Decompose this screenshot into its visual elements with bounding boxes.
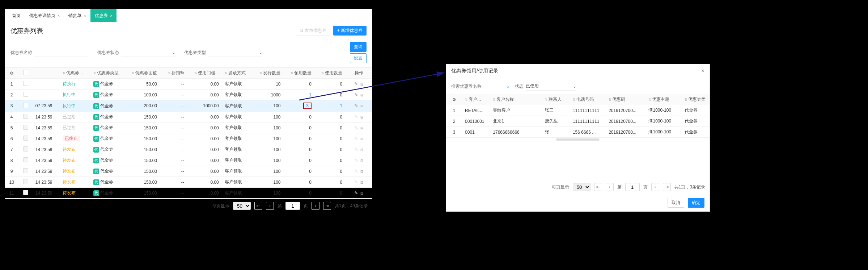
- col-threshold[interactable]: ⇅使用门槛...: [187, 68, 222, 79]
- close-icon[interactable]: ×: [84, 13, 86, 18]
- edit-icon[interactable]: ✎: [354, 92, 358, 97]
- row-checkbox-cell[interactable]: [18, 133, 32, 144]
- gear-column-header[interactable]: ⚙: [446, 94, 462, 105]
- edit-icon[interactable]: ✎: [354, 103, 358, 108]
- first-page-button[interactable]: ⇤: [254, 202, 262, 210]
- table-row[interactable]: 1014 23:59待发布代 代金券150.00--0.00客户领取10000✎…: [5, 177, 372, 188]
- modal-status-select[interactable]: 已使用 ⌄: [526, 82, 576, 91]
- coupon-status-select[interactable]: ⌄: [121, 48, 175, 57]
- qrcode-icon[interactable]: ⧈: [360, 190, 363, 196]
- row-checkbox-cell[interactable]: [18, 100, 32, 112]
- table-row[interactable]: 3000117666666666张156 6666 ...2019120700.…: [446, 127, 710, 138]
- prev-page-button[interactable]: ‹: [606, 183, 614, 191]
- row-checkbox-cell[interactable]: [18, 177, 32, 188]
- table-row[interactable]: 414 23:59已过期代 代金券150.00--0.00客户领取10000✎⧈: [5, 112, 372, 122]
- ok-button[interactable]: 确定: [688, 198, 704, 208]
- col-face-value[interactable]: ⇅优惠券面值: [125, 68, 160, 79]
- col-method[interactable]: ⇅发放方式: [222, 68, 253, 79]
- table-row[interactable]: 1待执行代 代金券50.00--0.00客户领取1000✎⧈: [5, 79, 372, 90]
- table-row[interactable]: 514 23:59已过期代 代金券150.00--0.00客户领取10000✎⧈: [5, 122, 372, 133]
- next-page-button[interactable]: ›: [312, 202, 319, 210]
- col-cust-no[interactable]: ⇅客户...: [462, 94, 490, 105]
- modal-per-page-select[interactable]: 50: [573, 183, 590, 191]
- close-icon[interactable]: ×: [58, 13, 60, 18]
- col-phone[interactable]: ⇅电话号码: [570, 94, 606, 105]
- table-row[interactable]: 307 23:59执行中代 代金券200.00--1000.00客户领取1003…: [5, 100, 372, 112]
- search-icon[interactable]: ⌕: [507, 84, 509, 89]
- cancel-button[interactable]: 取消: [668, 198, 684, 208]
- per-page-select[interactable]: 50: [233, 202, 251, 210]
- col-cust-name[interactable]: ⇅客户名称: [490, 94, 542, 105]
- last-page-button[interactable]: ⇥: [323, 202, 331, 210]
- coupon-name-input[interactable]: [34, 48, 89, 57]
- row-checkbox-cell[interactable]: [18, 188, 32, 199]
- claim-qty-link[interactable]: 3: [303, 103, 312, 109]
- use-qty-link[interactable]: 1: [340, 103, 343, 108]
- table-row[interactable]: 1RETAIL...零散客户张三111111111112019120700...…: [446, 105, 710, 116]
- col-type[interactable]: ⇅优惠券类: [682, 94, 710, 105]
- col-issue-qty[interactable]: ⇅发行数量: [253, 68, 283, 79]
- qrcode-icon[interactable]: ⧈: [360, 169, 363, 174]
- qrcode-icon[interactable]: ⧈: [360, 136, 363, 141]
- edit-icon[interactable]: ✎: [354, 81, 358, 87]
- tab-label: 优惠券: [95, 13, 108, 18]
- first-page-button[interactable]: ⇤: [594, 183, 602, 191]
- method-cell: 客户领取: [222, 122, 253, 133]
- settings-button[interactable]: 设置: [350, 53, 367, 63]
- row-checkbox-cell[interactable]: [18, 112, 32, 122]
- qrcode-icon[interactable]: ⧈: [360, 158, 363, 163]
- gear-column-header[interactable]: ⚙: [5, 68, 18, 79]
- row-checkbox-cell[interactable]: [18, 90, 32, 100]
- modal-search-input[interactable]: [451, 84, 507, 89]
- last-page-button[interactable]: ⇥: [663, 183, 671, 191]
- col-type[interactable]: ⇅优惠券类型: [90, 68, 125, 79]
- col-claim-qty[interactable]: ⇅领用数量: [283, 68, 314, 79]
- col-status[interactable]: ⇅优惠券状态: [60, 68, 90, 79]
- tab-coupon[interactable]: 优惠券×: [90, 9, 117, 22]
- discount-cell: --: [160, 144, 187, 155]
- qrcode-icon[interactable]: ⧈: [360, 92, 363, 97]
- row-checkbox-cell[interactable]: [18, 122, 32, 133]
- horizontal-scrollbar[interactable]: [556, 138, 600, 141]
- table-row[interactable]: 914 23:59待发布代 代金券150.00--0.00客户领取10000✎⧈: [5, 166, 372, 177]
- col-use-qty[interactable]: ⇅使用数量: [314, 68, 345, 79]
- qrcode-icon[interactable]: ⧈: [360, 125, 363, 130]
- col-discount[interactable]: ⇅折扣%: [160, 68, 187, 79]
- close-icon[interactable]: ×: [110, 13, 112, 18]
- row-checkbox-cell[interactable]: [18, 155, 32, 166]
- col-code[interactable]: ⇅优惠码: [606, 94, 645, 105]
- distribute-coupon-button[interactable]: ⧉发放优惠券: [296, 26, 330, 36]
- claim-qty-link[interactable]: 1: [309, 92, 312, 97]
- col-contact[interactable]: ⇅联系人: [542, 94, 570, 105]
- row-checkbox-cell[interactable]: [18, 144, 32, 155]
- table-row[interactable]: 714 23:59待发布代 代金券150.00--0.00客户领取10000✎⧈: [5, 144, 372, 155]
- table-row[interactable]: 2执行中代 代金券100.00--0.00客户领取100010✎⧈: [5, 90, 372, 100]
- prev-page-button[interactable]: ‹: [266, 202, 274, 210]
- query-button[interactable]: 查询: [350, 42, 367, 52]
- table-row[interactable]: 614 23:59已终止代 代金券150.00--0.00客户领取10000✎⧈: [5, 133, 372, 144]
- row-checkbox-cell[interactable]: [18, 166, 32, 177]
- tab-sales-order[interactable]: 销货单×: [64, 9, 90, 22]
- page-input[interactable]: [285, 202, 300, 210]
- table-row[interactable]: 200010001北京1唐先生111111111112019120700...满…: [446, 116, 710, 127]
- select-all-header[interactable]: [18, 68, 32, 79]
- table-row[interactable]: 814 23:59待发布代 代金券150.00--0.00客户领取10000✎⧈: [5, 155, 372, 166]
- coupon-type-select[interactable]: ⌄: [208, 48, 262, 57]
- qrcode-icon[interactable]: ⧈: [360, 103, 363, 108]
- row-checkbox-cell[interactable]: [18, 79, 32, 90]
- qrcode-icon[interactable]: ⧈: [360, 147, 363, 152]
- qrcode-icon[interactable]: ⧈: [360, 114, 363, 120]
- qrcode-icon[interactable]: ⧈: [360, 179, 363, 185]
- time-cell: 14 23:59: [33, 177, 60, 188]
- qrcode-icon[interactable]: ⧈: [360, 81, 363, 87]
- tab-home[interactable]: 首页: [8, 9, 25, 22]
- tab-coupon-detail[interactable]: 优惠券详情页×: [25, 9, 64, 22]
- next-page-button[interactable]: ›: [651, 183, 659, 191]
- modal-page-input[interactable]: [625, 183, 640, 191]
- col-time[interactable]: [33, 68, 60, 79]
- table-row[interactable]: 1114 23:59待发布代 代金券150.00--0.00客户领取10000✎…: [5, 188, 372, 199]
- add-coupon-button[interactable]: + 新增优惠券: [333, 26, 367, 36]
- col-subject[interactable]: ⇅优惠主题: [645, 94, 681, 105]
- modal-close-button[interactable]: ×: [701, 68, 704, 74]
- status-cell: 待执行: [60, 79, 90, 90]
